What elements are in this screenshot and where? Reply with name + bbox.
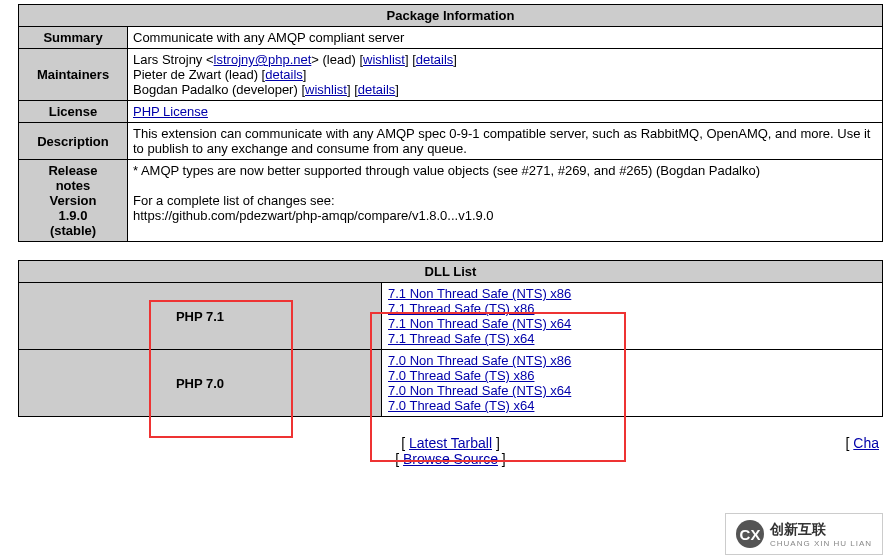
dll-links-cell: 7.1 Non Thread Safe (NTS) x86 7.1 Thread… (382, 283, 883, 350)
release-notes-value: * AMQP types are now better supported th… (128, 160, 883, 242)
maintainers-value: Lars Strojny <lstrojny@php.net> (lead) [… (128, 49, 883, 101)
dll-link[interactable]: 7.0 Thread Safe (TS) x64 (388, 398, 534, 413)
dll-link[interactable]: 7.1 Non Thread Safe (NTS) x64 (388, 316, 571, 331)
dll-header: DLL List (19, 261, 883, 283)
dll-link[interactable]: 7.0 Non Thread Safe (NTS) x64 (388, 383, 571, 398)
maint-email-link[interactable]: lstrojny@php.net (214, 52, 312, 67)
release-notes-label: Release notes Version 1.9.0 (stable) (19, 160, 128, 242)
maintainers-label: Maintainers (19, 49, 128, 101)
dll-version-cell: PHP 7.0 (19, 350, 382, 417)
license-link[interactable]: PHP License (133, 104, 208, 119)
summary-value: Communicate with any AMQP compliant serv… (128, 27, 883, 49)
summary-label: Summary (19, 27, 128, 49)
details-link[interactable]: details (416, 52, 454, 67)
dll-link[interactable]: 7.0 Non Thread Safe (NTS) x86 (388, 353, 571, 368)
dll-list-table: DLL List PHP 7.1 7.1 Non Thread Safe (NT… (18, 260, 883, 417)
description-label: Description (19, 123, 128, 160)
wishlist-link[interactable]: wishlist (363, 52, 405, 67)
wishlist-link[interactable]: wishlist (305, 82, 347, 97)
details-link[interactable]: details (265, 67, 303, 82)
dll-links-cell: 7.0 Non Thread Safe (NTS) x86 7.0 Thread… (382, 350, 883, 417)
dll-version-cell: PHP 7.1 (19, 283, 382, 350)
description-value: This extension can communicate with any … (128, 123, 883, 160)
license-label: License (19, 101, 128, 123)
browse-source-link[interactable]: Browse Source (403, 451, 498, 467)
dll-link[interactable]: 7.1 Non Thread Safe (NTS) x86 (388, 286, 571, 301)
dll-link[interactable]: 7.1 Thread Safe (TS) x86 (388, 301, 534, 316)
details-link[interactable]: details (358, 82, 396, 97)
license-value: PHP License (128, 101, 883, 123)
changelog-link[interactable]: Cha (853, 435, 879, 451)
section-header: Package Information (19, 5, 883, 27)
package-info-table: Package Information Summary Communicate … (18, 4, 883, 242)
dll-link[interactable]: 7.0 Thread Safe (TS) x86 (388, 368, 534, 383)
latest-tarball-link[interactable]: Latest Tarball (409, 435, 492, 451)
dll-link[interactable]: 7.1 Thread Safe (TS) x64 (388, 331, 534, 346)
bottom-links: [ Latest Tarball ] [ Cha [ Browse Source… (18, 435, 883, 467)
